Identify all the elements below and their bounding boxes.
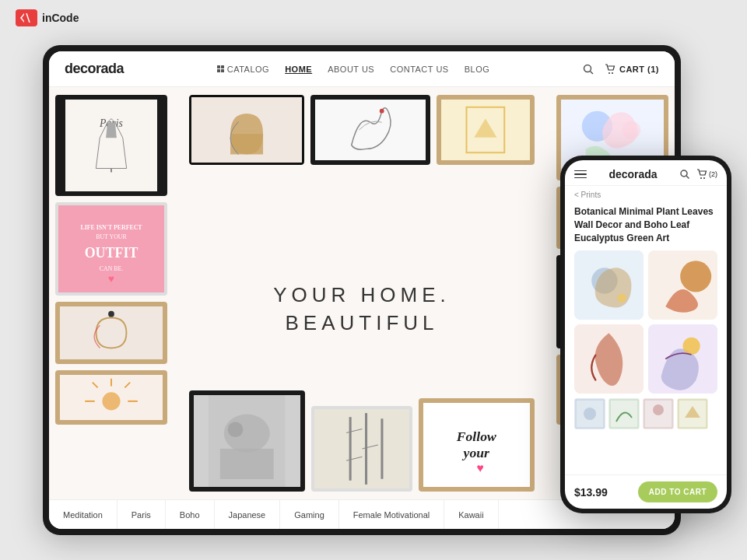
yellow-art xyxy=(437,95,535,165)
phone-bottom-bar: $13.99 ADD TO CART xyxy=(565,474,727,509)
nav-catalog[interactable]: CATALOG xyxy=(217,65,269,74)
category-kawaii[interactable]: Kawaii xyxy=(444,500,498,529)
svg-point-5 xyxy=(612,72,613,74)
incode-header: inCode xyxy=(0,0,94,36)
svg-text:Follow: Follow xyxy=(456,429,496,444)
svg-point-76 xyxy=(653,404,664,415)
svg-point-59 xyxy=(700,177,702,179)
svg-point-4 xyxy=(608,72,610,74)
search-icon[interactable] xyxy=(583,64,594,75)
thumb-1[interactable] xyxy=(574,398,605,429)
svg-rect-72 xyxy=(608,398,640,429)
svg-point-29 xyxy=(380,109,384,114)
nav-links: CATALOG HOME ABOUT US CONTACT US BLOG xyxy=(217,65,490,74)
hamburger-icon[interactable] xyxy=(574,170,587,179)
svg-rect-6 xyxy=(65,100,157,191)
svg-text:BUT YOUR: BUT YOUR xyxy=(96,233,127,240)
bamboo-art xyxy=(311,406,413,492)
category-meditation[interactable]: Meditation xyxy=(49,500,117,529)
hero-title-line1: YOUR HOME. xyxy=(273,281,451,309)
phone-device: decorada (2) < Prints xyxy=(560,156,731,513)
boho-frame xyxy=(55,302,167,364)
nav-blog[interactable]: BLOG xyxy=(465,65,490,74)
phone-product-title: Botanical Minimal Plant Leaves Wall Deco… xyxy=(565,204,727,250)
phone-price: $13.99 xyxy=(574,486,608,499)
svg-point-60 xyxy=(703,177,705,179)
thumb-4[interactable] xyxy=(677,398,708,429)
phone-spacer xyxy=(565,434,727,474)
product-image-1[interactable] xyxy=(574,250,644,320)
svg-text:LIFE ISN'T PERFECT: LIFE ISN'T PERFECT xyxy=(80,224,142,231)
svg-marker-9 xyxy=(106,123,117,138)
svg-rect-34 xyxy=(220,449,274,479)
svg-point-35 xyxy=(228,422,244,437)
thumb-2[interactable] xyxy=(608,398,640,429)
svg-marker-0 xyxy=(20,13,24,23)
category-boho[interactable]: Boho xyxy=(166,500,215,529)
category-japanese[interactable]: Japanese xyxy=(215,500,281,529)
product-image-2[interactable] xyxy=(648,250,717,320)
svg-point-49 xyxy=(622,121,641,139)
phone-cart-icon xyxy=(696,169,707,180)
cart-icon xyxy=(605,64,615,75)
phone-img-grid xyxy=(565,250,727,398)
svg-text:OUTFIT: OUTFIT xyxy=(85,245,139,261)
category-female-motivational[interactable]: Female Motivational xyxy=(339,500,444,529)
hero-center: YOUR HOME. BEAUTIFUL xyxy=(174,87,550,499)
paris-frame: Paris xyxy=(55,95,167,196)
phone-nav: decorada (2) xyxy=(565,160,727,186)
svg-text:CAN BE.: CAN BE. xyxy=(100,265,123,272)
svg-text:your: your xyxy=(462,445,489,460)
add-to-cart-button[interactable]: ADD TO CART xyxy=(638,481,717,502)
thumb-3[interactable] xyxy=(643,398,674,429)
svg-point-18 xyxy=(108,311,114,317)
svg-rect-28 xyxy=(336,100,405,160)
svg-text:♥: ♥ xyxy=(108,273,114,285)
phone-screen: decorada (2) < Prints xyxy=(565,160,727,509)
bw-photo xyxy=(189,390,305,492)
nav-about[interactable]: ABOUT US xyxy=(328,65,374,74)
svg-text:♥: ♥ xyxy=(477,461,484,474)
tablet-logo: decorada xyxy=(65,61,124,77)
phone-cart[interactable]: (2) xyxy=(696,169,717,180)
svg-point-68 xyxy=(683,338,700,355)
nav-home[interactable]: HOME xyxy=(285,65,312,74)
cart-button[interactable]: CART (1) xyxy=(605,64,659,75)
follow-art: Follow your ♥ xyxy=(419,398,535,492)
phone-cart-count: (2) xyxy=(709,170,717,178)
svg-point-71 xyxy=(584,408,596,420)
svg-line-1 xyxy=(26,13,30,23)
incode-title: inCode xyxy=(42,12,79,24)
tablet-nav: decorada CATALOG HOME ABOUT US CONTACT U… xyxy=(49,51,675,87)
nav-right: CART (1) xyxy=(583,64,659,75)
hero-text: YOUR HOME. BEAUTIFUL xyxy=(273,281,451,338)
art-col-left: Paris LIFE ISN'T PERFECT BUT YOUR xyxy=(49,87,174,499)
grid-icon xyxy=(217,65,224,72)
incode-logo-icon xyxy=(16,9,37,26)
svg-point-63 xyxy=(618,294,626,303)
svg-point-20 xyxy=(102,392,120,410)
breadcrumb-text: < Prints xyxy=(574,191,601,199)
phone-nav-right: (2) xyxy=(679,169,717,180)
phone-breadcrumb[interactable]: < Prints xyxy=(565,186,727,204)
product-image-3[interactable] xyxy=(574,324,644,394)
svg-point-2 xyxy=(584,65,591,72)
phone-search-icon[interactable] xyxy=(679,169,690,180)
phone-logo: decorada xyxy=(608,168,657,180)
svg-line-3 xyxy=(590,71,593,74)
svg-point-65 xyxy=(680,261,711,292)
svg-point-57 xyxy=(681,170,687,177)
svg-line-58 xyxy=(686,176,689,179)
hero-title-line2: BEAUTIFUL xyxy=(285,309,438,337)
sun-frame xyxy=(55,370,167,425)
outfit-frame: LIFE ISN'T PERFECT BUT YOUR OUTFIT CAN B… xyxy=(55,202,167,296)
category-gaming[interactable]: Gaming xyxy=(280,500,339,529)
ink-art xyxy=(310,95,430,165)
category-paris[interactable]: Paris xyxy=(117,500,166,529)
arch-art xyxy=(189,95,304,165)
nav-contact[interactable]: CONTACT US xyxy=(390,65,449,74)
phone-thumbnails xyxy=(565,398,727,434)
product-image-4[interactable] xyxy=(648,324,717,394)
